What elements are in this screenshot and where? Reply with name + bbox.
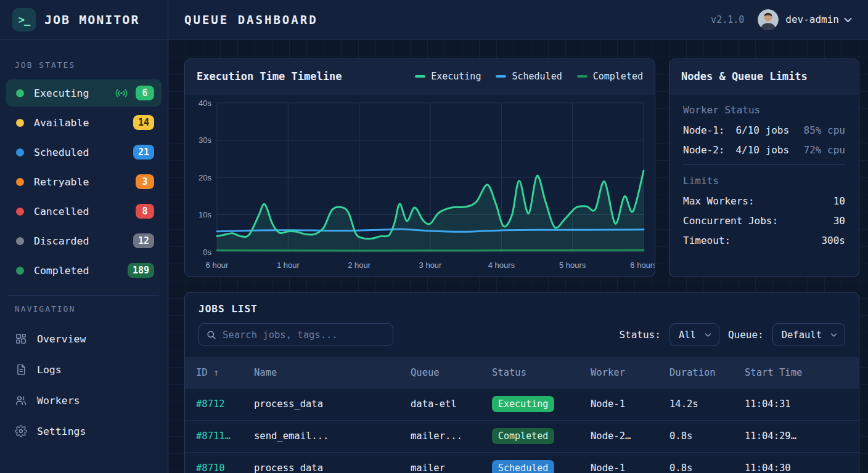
navigation-section-label: NAVIGATION <box>6 304 162 313</box>
sidebar-item-available[interactable]: Available 14 <box>6 109 162 136</box>
status-filter-select[interactable]: All <box>669 323 719 346</box>
logs-document-icon <box>15 363 27 376</box>
table-row[interactable]: #8710 process_data mailer Scheduled Node… <box>185 452 859 473</box>
worker-name: Node-2: <box>683 144 724 156</box>
svg-text:4 hours: 4 hours <box>488 261 515 270</box>
legend-item-completed: Completed <box>577 71 643 82</box>
legend-item-executing: Executing <box>415 71 481 82</box>
state-count-badge: 8 <box>136 204 154 219</box>
worker-jobs: 6/10 jobs <box>735 124 789 136</box>
sidebar-item-logs[interactable]: Logs <box>6 354 162 385</box>
chevron-down-icon <box>830 333 837 338</box>
worker-jobs: 4/10 jobs <box>735 144 789 156</box>
state-label: Retryable <box>34 176 136 188</box>
svg-text:6 hours: 6 hours <box>630 261 655 270</box>
sidebar-item-settings[interactable]: Settings <box>6 416 162 447</box>
sidebar-item-scheduled[interactable]: Scheduled 21 <box>6 139 162 166</box>
worker-cpu: 85% cpu <box>804 124 845 136</box>
app-brand: JOB MONITOR <box>44 12 139 27</box>
column-header-id[interactable]: ID ↑ <box>185 357 254 388</box>
job-worker: Node-1 <box>591 452 669 473</box>
jobs-list-title: JOBS LIST <box>185 293 859 323</box>
sidebar-divider <box>9 295 159 296</box>
queue-filter-select[interactable]: Default <box>772 323 845 346</box>
sidebar-item-cancelled[interactable]: Cancelled 8 <box>6 198 162 225</box>
state-count-badge: 12 <box>133 233 154 248</box>
sidebar-item-discarded[interactable]: Discarded 12 <box>6 227 162 254</box>
state-count-badge: 189 <box>128 263 154 278</box>
version-badge: v2.1.0 <box>711 14 744 25</box>
table-row[interactable]: #8711… send_email... mailer... Completed… <box>185 420 859 452</box>
job-id-link[interactable]: #8712 <box>185 388 254 420</box>
sidebar-item-retryable[interactable]: Retryable 3 <box>6 168 162 195</box>
column-header-start-time[interactable]: Start Time <box>745 357 859 388</box>
limit-row-concurrent-jobs: Concurrent Jobs: 30 <box>683 215 845 227</box>
queue-filter-value: Default <box>782 329 822 341</box>
column-header-status[interactable]: Status <box>492 357 591 388</box>
state-label: Completed <box>34 265 128 277</box>
svg-text:20s: 20s <box>199 173 211 182</box>
column-header-name[interactable]: Name <box>254 357 411 388</box>
legend-item-scheduled: Scheduled <box>496 71 562 82</box>
column-header-queue[interactable]: Queue <box>411 357 492 388</box>
sidebar-item-completed[interactable]: Completed 189 <box>6 257 162 284</box>
chart-legend: Executing Scheduled Completed <box>415 71 643 82</box>
nav-label: Logs <box>37 364 62 376</box>
completed-dot-icon <box>16 267 24 275</box>
worker-row-node1: Node-1: 6/10 jobs 85% cpu <box>683 124 845 136</box>
job-start-time: 11:04:29… <box>745 420 859 452</box>
search-box[interactable] <box>199 323 393 346</box>
status-filter-label: Status: <box>619 329 660 341</box>
svg-text:5 hours: 5 hours <box>559 261 586 270</box>
state-count-badge: 14 <box>133 115 154 130</box>
state-count-badge: 21 <box>133 145 154 160</box>
status-badge: Executing <box>492 396 554 412</box>
sidebar-item-workers[interactable]: Workers <box>6 385 162 416</box>
worker-row-node2: Node-2: 4/10 jobs 72% cpu <box>683 144 845 156</box>
sidebar-item-overview[interactable]: Overview <box>6 323 162 354</box>
retryable-dot-icon <box>16 178 24 186</box>
discarded-dot-icon <box>16 237 24 245</box>
job-id-link[interactable]: #8710 <box>185 452 254 473</box>
job-start-time: 11:04:31 <box>745 388 859 420</box>
scheduled-swatch-icon <box>496 75 506 78</box>
worker-cpu: 72% cpu <box>804 144 845 156</box>
timeline-chart: 0s10s20s30s40s6 hour1 hour2 hour3 hour4 … <box>185 94 655 277</box>
workers-users-icon <box>15 394 27 406</box>
chevron-down-icon <box>705 333 711 338</box>
scheduled-dot-icon <box>16 148 24 156</box>
nav-label: Overview <box>37 333 86 345</box>
svg-text:0s: 0s <box>203 248 211 257</box>
job-worker: Node-1 <box>591 388 669 420</box>
queue-filter-label: Queue: <box>728 329 764 341</box>
jobs-table: ID ↑ Name Queue Status Worker Duration S… <box>185 357 859 473</box>
worker-status-label: Worker Status <box>683 104 845 116</box>
state-count-badge: 3 <box>136 174 154 189</box>
sidebar: JOB STATES Executing 6 Available 14 Sche… <box>0 39 168 473</box>
job-id-link[interactable]: #8711… <box>185 420 254 452</box>
completed-swatch-icon <box>577 75 588 78</box>
nodes-panel-title: Nodes & Queue Limits <box>681 70 808 83</box>
jobs-toolbar: Status: All Queue: Default <box>185 323 859 357</box>
live-broadcast-icon <box>113 89 129 98</box>
table-row[interactable]: #8712 process_data data-etl Executing No… <box>185 388 859 420</box>
state-label: Available <box>34 117 133 129</box>
terminal-logo-icon: >_ <box>12 8 36 31</box>
job-name: process_data <box>254 452 411 473</box>
search-input[interactable] <box>223 329 385 341</box>
avatar[interactable] <box>758 9 779 30</box>
column-header-duration[interactable]: Duration <box>669 357 745 388</box>
job-queue: data-etl <box>411 388 492 420</box>
sidebar-item-executing[interactable]: Executing 6 <box>6 79 162 107</box>
limit-label: Concurrent Jobs: <box>683 215 778 227</box>
column-header-worker[interactable]: Worker <box>591 357 669 388</box>
job-name: send_email... <box>254 420 411 452</box>
username[interactable]: dev-admin <box>785 14 839 25</box>
svg-text:30s: 30s <box>199 135 211 145</box>
limit-value: 30 <box>833 215 845 227</box>
user-chevron-down-icon[interactable] <box>844 14 852 25</box>
topbar-brand-area: >_ JOB MONITOR <box>0 0 168 39</box>
limit-row-max-workers: Max Workers: 10 <box>683 195 845 207</box>
main-content: Execution Time Timeline Executing Schedu… <box>168 39 868 473</box>
svg-text:6 hour: 6 hour <box>206 261 229 270</box>
